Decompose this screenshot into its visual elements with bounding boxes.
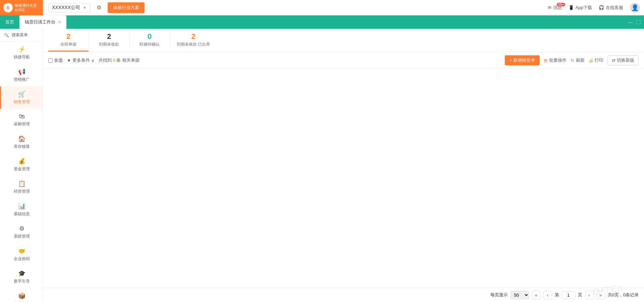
total-info: 共0页，0条记录: [608, 292, 639, 298]
stats-tabs: 2 全部单据 2 到期未收款 0 旺辅待确认 2 到期未收款 已出库: [43, 29, 644, 52]
select-all-checkbox[interactable]: 全选: [48, 57, 63, 63]
count-info: 共找到 0 条 相关单据: [99, 57, 140, 63]
toolbar: 全选 ▼ 更多条件 ∨ 共找到 0 条 相关单据 + 新增销货单 ⊞: [43, 52, 644, 69]
sidebar-item-base-info[interactable]: 📊 基础信息: [0, 198, 43, 221]
download-icon: 📱: [569, 5, 574, 10]
quick-nav-icon: ⚡: [18, 46, 25, 53]
message-icon: ✉: [548, 5, 551, 10]
stat-label-all: 全部单据: [60, 42, 76, 47]
newbie-icon: 🎓: [18, 270, 25, 277]
app-center-icon: 📦: [18, 292, 25, 300]
batch-icon: ⊞: [544, 58, 548, 63]
count-value: 0: [113, 58, 115, 63]
top-header: 6 畅捷通好生意 标准版 XXXXXX公司 ▼ ⚙ 体验行业方案 ✉ 消息 99…: [0, 0, 644, 15]
sidebar-item-system[interactable]: ⚙ 系统管理: [0, 221, 43, 243]
experience-btn[interactable]: 体验行业方案: [108, 2, 145, 13]
online-service-btn[interactable]: 🎧 在线客服: [599, 5, 623, 11]
settings-icon-btn[interactable]: ⚙: [94, 2, 104, 13]
stat-num-shipped: 2: [192, 32, 196, 41]
stat-label-shipped: 到期未收款 已出库: [177, 42, 210, 47]
first-page-btn[interactable]: «: [532, 291, 541, 299]
finance-icon: 💰: [18, 158, 25, 165]
purchase-icon: 🛍: [19, 113, 25, 120]
prev-page-btn[interactable]: ‹: [543, 291, 552, 299]
refresh-icon: ↻: [571, 58, 575, 63]
avatar[interactable]: 👤: [630, 3, 640, 13]
stat-tab-shipped[interactable]: 2 到期未收款 已出库: [170, 29, 217, 52]
batch-operation-btn[interactable]: ⊞ 批量操作: [544, 56, 567, 65]
stat-num-overdue: 2: [107, 32, 111, 41]
tab-bar: 首页 钱货日清工作台 ✕ — ⛶: [0, 15, 644, 29]
content-area: 2 全部单据 2 到期未收款 0 旺辅待确认 2 到期未收款 已出库: [43, 29, 644, 302]
sidebar-item-enterprise[interactable]: 🤝 企业协同: [0, 243, 43, 266]
message-badge: 99+: [557, 3, 565, 6]
marketing-icon: 📢: [18, 68, 25, 75]
logo-text: 畅捷通好生意 标准版: [15, 3, 37, 12]
maximize-btn[interactable]: ⛶: [636, 19, 641, 25]
stat-label-overdue: 到期未收款: [99, 42, 119, 47]
add-sales-order-btn[interactable]: + 新增销货单: [505, 55, 540, 65]
last-page-btn[interactable]: »: [596, 291, 605, 299]
stat-label-pending: 旺辅待确认: [140, 42, 160, 47]
stat-tab-all[interactable]: 2 全部单据: [48, 29, 89, 52]
current-page-input[interactable]: 1: [562, 291, 575, 299]
sidebar-item-inventory[interactable]: 🏠 库存核算: [0, 131, 43, 154]
stat-tab-pending[interactable]: 0 旺辅待确认: [129, 29, 170, 52]
print-btn[interactable]: 🖨 打印: [589, 56, 603, 65]
base-info-icon: 📊: [18, 202, 25, 210]
user-icon: 👤: [631, 4, 639, 11]
sales-icon: 🛒: [18, 90, 25, 98]
filter-arrow: ∨: [91, 58, 95, 63]
sidebar-item-finance[interactable]: 💰 资金管理: [0, 154, 43, 176]
refresh-btn[interactable]: ↻ 刷新: [571, 56, 585, 65]
minimize-btn[interactable]: —: [628, 19, 633, 25]
switch-version-btn[interactable]: ⇄ 切换新版: [607, 55, 639, 65]
search-icon: 🔍: [4, 33, 9, 38]
tab-bar-actions: — ⛶: [628, 19, 644, 25]
operations-icon: 📋: [18, 180, 25, 187]
page-unit: 页: [578, 292, 582, 298]
app-download-btn[interactable]: 📱 App下载: [569, 5, 592, 11]
gear-icon: ⚙: [97, 4, 101, 11]
select-all-input[interactable]: [48, 58, 53, 63]
filter-btn[interactable]: ▼ 更多条件 ∨: [67, 57, 95, 63]
company-selector[interactable]: XXXXXX公司 ▼: [48, 3, 90, 12]
message-btn[interactable]: ✉ 消息 99+: [548, 5, 562, 11]
sidebar-item-marketing[interactable]: 📢 营销推广: [0, 64, 43, 86]
header-right: ✉ 消息 99+ 📱 App下载 🎧 在线客服 👤: [548, 3, 640, 13]
toolbar-right: + 新增销货单 ⊞ 批量操作 ↻ 刷新 🖨 打印 ⇄ 切换新版: [505, 55, 639, 65]
toolbar-left: 全选 ▼ 更多条件 ∨ 共找到 0 条 相关单据: [48, 57, 501, 63]
stat-num-pending: 0: [148, 32, 152, 41]
pagination: 每页显示 10 20 50 100 « ‹ 第 1 页 › » 共0页，0条记录: [43, 288, 644, 302]
logo-area: 6 畅捷通好生意 标准版: [0, 0, 43, 15]
sidebar-search[interactable]: 🔍 搜索菜单: [0, 29, 43, 42]
switch-icon: ⇄: [612, 58, 615, 63]
filter-icon: ▼: [67, 58, 71, 63]
data-area: [43, 69, 644, 288]
print-icon: 🖨: [589, 58, 593, 63]
sidebar-item-sales[interactable]: 🛒 销售管理: [0, 86, 43, 109]
sidebar-item-newbie[interactable]: 🎓 新手引导: [0, 266, 43, 288]
service-icon: 🎧: [599, 5, 604, 10]
sidebar-item-purchase[interactable]: 🛍 采购管理: [0, 109, 43, 131]
tab-work-bench[interactable]: 钱货日清工作台 ✕: [19, 15, 66, 29]
page-label: 第: [555, 292, 559, 298]
stat-tab-overdue[interactable]: 2 到期未收款: [89, 29, 129, 52]
logo-icon: 6: [3, 3, 13, 12]
sidebar-item-operations[interactable]: 📋 经营管理: [0, 176, 43, 198]
inventory-icon: 🏠: [18, 135, 25, 142]
per-page-label: 每页显示: [490, 292, 508, 298]
system-icon: ⚙: [19, 225, 24, 232]
company-dropdown-arrow: ▼: [83, 6, 87, 10]
next-page-btn[interactable]: ›: [585, 291, 594, 299]
tab-close-icon[interactable]: ✕: [58, 20, 61, 24]
page-size-select[interactable]: 10 20 50 100: [511, 291, 529, 299]
main-layout: 🔍 搜索菜单 ⚡ 快捷导航 📢 营销推广 🛒 销售管理 🛍 采购管理 🏠 库存核…: [0, 29, 644, 302]
sidebar-item-quick-nav[interactable]: ⚡ 快捷导航: [0, 42, 43, 64]
stat-num-all: 2: [66, 32, 70, 41]
tab-home[interactable]: 首页: [0, 15, 19, 29]
sidebar-item-app-center[interactable]: 📦 应用中心: [0, 288, 43, 302]
sidebar: 🔍 搜索菜单 ⚡ 快捷导航 📢 营销推广 🛒 销售管理 🛍 采购管理 🏠 库存核…: [0, 29, 43, 302]
enterprise-icon: 🤝: [18, 247, 25, 255]
